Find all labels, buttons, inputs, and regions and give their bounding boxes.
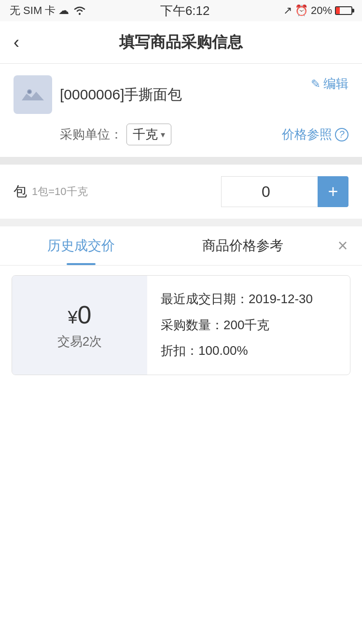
edit-button[interactable]: ✎ 编辑	[311, 75, 348, 92]
section-divider	[0, 157, 362, 165]
status-left: 无 SIM 卡 ☁	[10, 3, 86, 18]
tab-header: 历史成交价 商品价格参考 ×	[0, 226, 362, 266]
product-info: [0000006]手撕面包	[14, 75, 182, 114]
alarm-icon: ⏰	[295, 4, 308, 17]
quantity-section: 包 1包=10千克 +	[0, 165, 362, 219]
unit-value: 千克	[133, 126, 158, 143]
product-name: [0000006]手撕面包	[60, 85, 182, 105]
back-button[interactable]: ‹	[14, 32, 19, 53]
purchase-quantity: 采购数量：200千克	[161, 315, 336, 336]
svg-point-2	[28, 90, 31, 93]
unit-label: 采购单位：	[60, 126, 123, 143]
last-trade-date: 最近成交日期：2019-12-30	[161, 289, 336, 309]
empty-body	[0, 385, 362, 644]
product-image-icon	[21, 85, 45, 104]
quantity-controls: +	[221, 176, 348, 207]
tab-history-label: 历史成交价	[47, 237, 115, 255]
product-header: [0000006]手撕面包 ✎ 编辑	[14, 75, 348, 114]
tab-active-indicator	[67, 263, 96, 265]
currency-symbol: ¥	[68, 308, 78, 327]
product-unit-row: 采购单位： 千克 ▾ 价格参照 ?	[14, 124, 348, 145]
close-icon: ×	[337, 236, 348, 256]
quantity-plus-button[interactable]: +	[318, 176, 348, 207]
direction-icon: ↗	[283, 4, 292, 17]
tab-history-price[interactable]: 历史成交价	[0, 226, 162, 265]
price-card-container: ¥0 交易2次 最近成交日期：2019-12-30 采购数量：200千克 折扣：…	[0, 266, 362, 385]
quantity-input[interactable]	[221, 176, 318, 207]
price-display: ¥0	[68, 300, 92, 329]
product-section: [0000006]手撕面包 ✎ 编辑 采购单位： 千克 ▾ 价格参照 ?	[0, 64, 362, 157]
plus-icon: +	[328, 182, 338, 202]
unit-select-dropdown[interactable]: 千克 ▾	[126, 124, 171, 145]
status-bar: 无 SIM 卡 ☁ 下午6:12 ↗ ⏰ 20%	[0, 0, 362, 21]
status-right: ↗ ⏰ 20%	[283, 4, 352, 17]
battery-percent: 20%	[311, 4, 332, 17]
price-card: ¥0 交易2次 最近成交日期：2019-12-30 采购数量：200千克 折扣：…	[12, 275, 350, 375]
battery-icon	[335, 6, 352, 15]
sim-label: 无 SIM 卡 ☁	[10, 3, 69, 18]
price-reference-button[interactable]: 价格参照 ?	[282, 126, 348, 143]
tab-product-price-ref[interactable]: 商品价格参考	[162, 226, 323, 265]
product-thumbnail	[14, 75, 52, 114]
unit-hint: 1包=10千克	[32, 184, 88, 199]
dropdown-arrow-icon: ▾	[161, 129, 165, 140]
tab-section: 历史成交价 商品价格参考 × ¥0 交易2次 最近成交日期：2019-12-30…	[0, 226, 362, 385]
edit-label: 编辑	[323, 75, 348, 92]
price-value: 0	[78, 301, 92, 329]
wifi-icon	[73, 6, 86, 15]
status-time: 下午6:12	[160, 2, 210, 19]
tab-close-button[interactable]: ×	[323, 226, 362, 265]
svg-point-0	[79, 13, 81, 15]
nav-bar: ‹ 填写商品采购信息	[0, 21, 362, 64]
price-summary: ¥0 交易2次	[12, 276, 147, 375]
transaction-count: 交易2次	[57, 333, 102, 350]
quantity-unit-info: 包 1包=10千克	[14, 182, 88, 201]
tab-product-label: 商品价格参考	[202, 237, 283, 255]
page-title: 填写商品采购信息	[119, 32, 243, 53]
discount-info: 折扣：100.00%	[161, 341, 336, 361]
price-ref-label: 价格参照	[282, 126, 332, 143]
price-details: 最近成交日期：2019-12-30 采购数量：200千克 折扣：100.00%	[147, 276, 350, 375]
unit-badge: 包	[14, 182, 27, 201]
edit-icon: ✎	[311, 77, 320, 91]
info-icon: ?	[335, 128, 348, 141]
